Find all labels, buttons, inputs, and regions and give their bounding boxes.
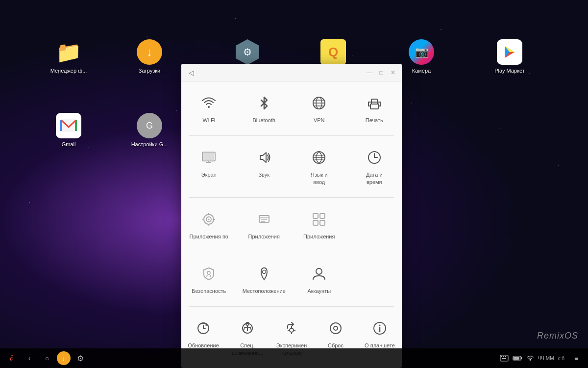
taskbar: ∂ ‹ ○ ↓ ⚙ bbox=[0, 348, 588, 368]
print-icon bbox=[365, 93, 384, 113]
downloads-label: Загрузки bbox=[139, 68, 160, 74]
settings-notifications-label: Приложения bbox=[248, 233, 280, 240]
settings-item-accounts[interactable]: Аккаунты bbox=[292, 256, 347, 302]
svg-rect-58 bbox=[502, 358, 506, 359]
svg-rect-55 bbox=[501, 356, 502, 357]
taskbar-download-button[interactable]: ↓ bbox=[57, 351, 71, 365]
svg-point-38 bbox=[316, 268, 322, 274]
desktop-icon-gmail[interactable]: Gmail bbox=[49, 113, 88, 148]
taskbar-settings-button[interactable]: ⚙ bbox=[73, 350, 88, 366]
dialog-titlebar: ◁ — □ ✕ bbox=[181, 64, 402, 81]
taskbar-time: ЧЧ ММ bbox=[538, 356, 554, 361]
svg-point-52 bbox=[379, 325, 381, 326]
svg-point-44 bbox=[290, 328, 294, 332]
settings-item-print[interactable]: Печать bbox=[347, 85, 402, 131]
settings-item-apps[interactable]: Приложения bbox=[292, 202, 347, 248]
settings-item-datetime[interactable]: Дата и время bbox=[347, 140, 402, 193]
bluetooth-icon bbox=[254, 93, 274, 113]
downloads-icon: ↓ bbox=[137, 39, 162, 65]
svg-point-36 bbox=[207, 271, 210, 274]
dialog-close-button[interactable]: ✕ bbox=[388, 68, 398, 78]
settings-location-label: Местоположение bbox=[243, 288, 286, 294]
empty-cell-2 bbox=[347, 256, 402, 302]
update-icon bbox=[194, 318, 213, 338]
settings-language-label: Язык и ввод bbox=[311, 171, 328, 185]
desktop-icon-google-settings[interactable]: G Настройки G... bbox=[130, 113, 169, 148]
settings-accounts-label: Аккаунты bbox=[307, 288, 331, 294]
taskbar-clock-extra: с:б bbox=[558, 356, 564, 361]
settings-item-location[interactable]: Местоположение bbox=[237, 256, 292, 302]
file-manager-label: Менеджер ф... bbox=[50, 68, 87, 74]
taskbar-home-button[interactable]: ○ bbox=[39, 350, 55, 366]
security-icon bbox=[199, 264, 219, 284]
developer-icon bbox=[282, 318, 301, 338]
settings-row-2: Экран Звук bbox=[181, 136, 402, 197]
taskbar-menu-button[interactable]: ≡ bbox=[568, 350, 584, 366]
desktop-icon-downloads[interactable]: ↓ Загрузки bbox=[130, 39, 169, 74]
svg-rect-5 bbox=[60, 120, 62, 131]
settings-item-apps-default[interactable]: Приложения по bbox=[181, 202, 237, 248]
settings-vpn-label: VPN bbox=[314, 117, 325, 124]
settings-print-label: Печать bbox=[366, 117, 383, 124]
settings-row-1: Wi-Fi Bluetooth VPN bbox=[181, 81, 402, 135]
dialog-minimize-button[interactable]: — bbox=[365, 68, 374, 78]
svg-rect-6 bbox=[75, 120, 77, 131]
taskbar-wifi-icon[interactable] bbox=[526, 355, 534, 362]
taskbar-back-button[interactable]: ‹ bbox=[22, 350, 37, 366]
svg-point-49 bbox=[330, 323, 341, 334]
about-icon bbox=[370, 318, 390, 338]
svg-rect-33 bbox=[320, 213, 325, 218]
gmail-icon bbox=[56, 113, 81, 138]
remix-logo: RemixOS bbox=[537, 331, 578, 341]
display-icon bbox=[199, 148, 219, 167]
desktop-icon-camera[interactable]: 📷 Камера bbox=[402, 39, 441, 74]
svg-point-50 bbox=[334, 326, 338, 330]
svg-rect-15 bbox=[370, 104, 378, 109]
apps-icon bbox=[309, 210, 329, 229]
desktop-icon-play-market[interactable]: Play Маркет bbox=[490, 39, 529, 74]
settings-item-sound[interactable]: Звук bbox=[237, 140, 292, 193]
taskbar-keyboard-icon[interactable] bbox=[500, 355, 509, 362]
location-icon bbox=[254, 264, 274, 284]
settings-item-display[interactable]: Экран bbox=[181, 140, 237, 193]
vpn-icon bbox=[309, 93, 329, 113]
svg-rect-35 bbox=[320, 220, 325, 225]
svg-rect-56 bbox=[503, 356, 504, 357]
settings-display-label: Экран bbox=[201, 171, 217, 178]
wifi-icon bbox=[199, 93, 219, 113]
settings-item-vpn[interactable]: VPN bbox=[292, 85, 347, 131]
settings-item-bluetooth[interactable]: Bluetooth bbox=[237, 85, 292, 131]
settings-datetime-label: Дата и время bbox=[366, 171, 383, 185]
empty-cell-1 bbox=[347, 202, 402, 248]
play-market-label: Play Маркет bbox=[494, 68, 525, 74]
apps-default-icon bbox=[199, 210, 219, 229]
accounts-icon bbox=[309, 264, 329, 284]
file-manager-icon: 📁 bbox=[56, 39, 81, 65]
svg-rect-32 bbox=[313, 213, 318, 218]
svg-rect-60 bbox=[514, 357, 519, 360]
desktop-icon-file-manager[interactable]: 📁 Менеджер ф... bbox=[49, 39, 88, 74]
dialog-restore-button[interactable]: □ bbox=[376, 68, 386, 78]
svg-point-37 bbox=[262, 270, 266, 274]
settings-item-notifications[interactable]: Приложения bbox=[237, 202, 292, 248]
settings-wifi-label: Wi-Fi bbox=[202, 117, 215, 124]
settings-dialog: ◁ — □ ✕ Wi-Fi bbox=[181, 64, 402, 368]
settings-sound-label: Звук bbox=[258, 171, 270, 178]
taskbar-battery-icon bbox=[513, 355, 522, 361]
taskbar-left-area: ∂ ‹ ○ ↓ ⚙ bbox=[4, 350, 88, 366]
settings-security-label: Безопасность bbox=[192, 288, 226, 294]
settings-item-security[interactable]: Безопасность bbox=[181, 256, 237, 302]
settings-row-4: Безопасность Местоположение Аккаунты bbox=[181, 252, 402, 306]
settings-item-wifi[interactable]: Wi-Fi bbox=[181, 85, 237, 131]
play-market-icon bbox=[497, 39, 522, 65]
settings-item-language[interactable]: Язык и ввод bbox=[292, 140, 347, 193]
dialog-window-controls: — □ ✕ bbox=[365, 68, 398, 78]
reset-icon bbox=[326, 318, 345, 338]
sound-icon bbox=[254, 148, 274, 167]
remix-taskbar-logo[interactable]: ∂ bbox=[4, 350, 20, 366]
language-icon bbox=[309, 148, 329, 167]
accessibility-icon bbox=[238, 318, 257, 338]
dialog-back-button[interactable]: ◁ bbox=[185, 67, 197, 79]
gmail-label: Gmail bbox=[62, 141, 76, 148]
settings-apps-default-label: Приложения по bbox=[190, 233, 229, 240]
